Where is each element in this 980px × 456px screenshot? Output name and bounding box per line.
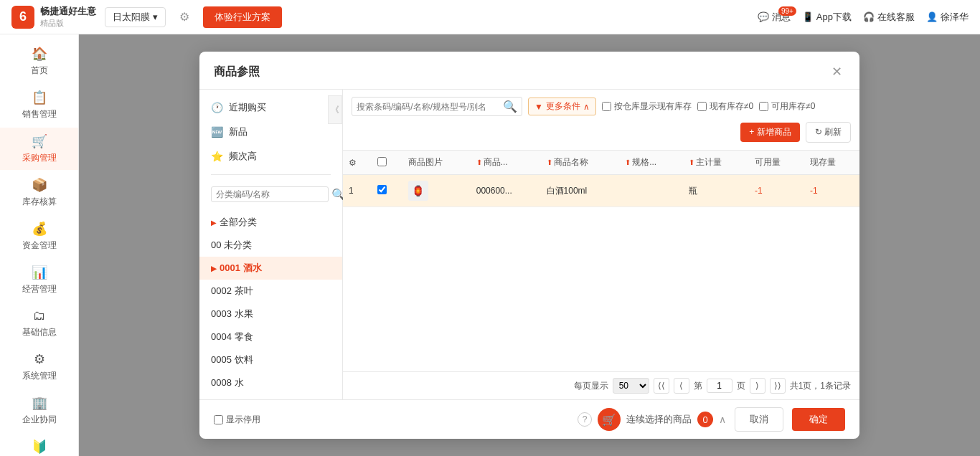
check-usable-input[interactable] [759, 102, 768, 111]
page-size-select[interactable]: 50 10 20 100 [613, 378, 649, 394]
category-item-all[interactable]: ▶ 全部分类 [199, 211, 342, 234]
cancel-btn[interactable]: 取消 [735, 407, 783, 432]
add-product-btn[interactable]: + 新增商品 [740, 123, 799, 142]
modal-title: 商品参照 [214, 65, 260, 80]
th-settings[interactable]: ⚙ [343, 151, 372, 175]
modal-close-btn[interactable]: ✕ [828, 63, 845, 80]
last-page-btn[interactable]: ⟩⟩ [770, 378, 786, 394]
category-search-area: 🔍 [199, 181, 342, 208]
th-spec[interactable]: ⬆ 规格... [619, 151, 683, 175]
sort-icon: ⬆ [689, 158, 694, 166]
user-menu[interactable]: 👤 徐泽华 [926, 11, 969, 24]
table-row[interactable]: 1 🏮 [343, 175, 859, 207]
modal-body: 🕐 近期购买 🆕 新品 ⭐ 频次高 [199, 90, 859, 399]
check-warehouse-label[interactable]: 按仓库显示现有库存 [602, 100, 692, 113]
search-icon[interactable]: 🔍 [503, 100, 517, 113]
sidebar-item-finance[interactable]: 💰 资金管理 [0, 215, 78, 257]
row-checkbox[interactable] [377, 185, 387, 194]
finance-icon: 💰 [32, 221, 47, 237]
th-name[interactable]: ⬆ 商品名称 [541, 151, 620, 175]
th-image: 商品图片 [402, 151, 471, 175]
th-available: 可用量 [749, 151, 804, 175]
sidebar-item-stock[interactable]: 📦 库存核算 [0, 171, 78, 214]
cart-label: 连续选择的商品 [626, 413, 692, 426]
system-icon: ⚙ [34, 351, 45, 367]
modal-footer: 显示停用 ? 🛒 连续选择的商品 0 ∧ 取消 确定 [199, 399, 859, 439]
nav-right: 💬 消息 99+ 📱 App下载 🎧 在线客服 👤 徐泽华 [758, 11, 969, 24]
new-icon: 🆕 [211, 126, 223, 138]
row-available: -1 [749, 175, 804, 207]
check-usable-label[interactable]: 可用库存≠0 [759, 100, 815, 113]
select-all-checkbox[interactable] [377, 157, 387, 166]
th-stock: 现存量 [804, 151, 859, 175]
help-icon[interactable]: ? [578, 412, 592, 427]
headset-icon: 🎧 [863, 11, 875, 22]
app-download-btn[interactable]: 📱 App下载 [802, 11, 852, 24]
gear-icon[interactable]: ⚙ [349, 158, 357, 168]
sidebar-item-sales[interactable]: 📋 销售管理 [0, 84, 78, 126]
check-warehouse-input[interactable] [602, 102, 611, 111]
modal-overlay: 商品参照 ✕ 🕐 近期购买 [79, 34, 980, 456]
sidebar-item-purchase[interactable]: 🛒 采购管理 [0, 128, 78, 170]
page-input[interactable] [707, 379, 732, 393]
show-disabled-checkbox[interactable] [214, 415, 223, 424]
category-item-c0008[interactable]: 0008 水 [199, 371, 342, 394]
phone-icon: 📱 [802, 11, 814, 22]
category-search-input[interactable] [211, 186, 329, 202]
product-thumb: 🏮 [408, 181, 428, 201]
sort-icon: ⬆ [547, 158, 552, 166]
row-stock: -1 [804, 175, 859, 207]
filter-btn[interactable]: ▼ 更多条件 ∧ [528, 98, 596, 115]
cart-icon[interactable]: 🛒 [598, 408, 621, 431]
chevron-up-icon[interactable]: ∧ [719, 414, 726, 425]
support-btn[interactable]: 🎧 在线客服 [863, 11, 915, 24]
nav-frequent[interactable]: ⭐ 频次高 [199, 144, 328, 168]
category-item-c0001[interactable]: ▶ 0001 酒水 [199, 257, 342, 280]
search-input[interactable] [357, 102, 500, 112]
sidebar-item-operation[interactable]: 📊 经营管理 [0, 259, 78, 301]
store-dropdown[interactable]: 日太阳膜 ▾ [105, 7, 166, 27]
left-panel: 🕐 近期购买 🆕 新品 ⭐ 频次高 [199, 90, 343, 399]
divider [211, 174, 331, 175]
table-wrapper: ⚙ 商品图片 [343, 151, 859, 371]
topnav: 6 畅捷通好生意 精品版 日太阳膜 ▾ ⚙ 体验行业方案 💬 消息 99+ 📱 … [0, 0, 980, 34]
th-check[interactable] [372, 151, 402, 175]
messages-btn[interactable]: 💬 消息 99+ [758, 11, 791, 24]
page-size-label: 每页显示 [574, 380, 608, 392]
operation-icon: 📊 [32, 265, 47, 280]
category-item-c0004[interactable]: 0004 零食 [199, 326, 342, 348]
category-item-c0003[interactable]: 0003 水果 [199, 303, 342, 326]
stock-icon: 📦 [32, 177, 47, 193]
check-available-label[interactable]: 现有库存≠0 [697, 100, 753, 113]
trial-btn[interactable]: 体验行业方案 [203, 6, 282, 28]
row-check[interactable] [372, 175, 402, 207]
sidebar-item-enterprise[interactable]: 🏢 企业协同 [0, 389, 78, 432]
next-page-btn[interactable]: ⟩ [750, 378, 765, 394]
th-unit[interactable]: ⬆ 主计量 [683, 151, 749, 175]
sidebar-item-system[interactable]: ⚙ 系统管理 [0, 346, 78, 388]
category-item-c00[interactable]: 00 未分类 [199, 234, 342, 257]
sidebar-item-home[interactable]: 🏠 首页 [0, 40, 78, 82]
refresh-btn[interactable]: ↻ 刷新 [806, 122, 851, 143]
show-disabled-label[interactable]: 显示停用 [214, 414, 260, 426]
sidebar-item-base[interactable]: 🗂 基础信息 [0, 303, 78, 344]
home-icon: 🏠 [32, 46, 47, 62]
first-page-btn[interactable]: ⟨⟨ [654, 378, 669, 394]
confirm-btn[interactable]: 确定 [792, 408, 845, 431]
arrow-active-icon: ▶ [211, 265, 217, 272]
row-name: 白酒100ml [541, 175, 620, 207]
prev-page-btn[interactable]: ⟨ [674, 378, 689, 394]
sort-icon: ⬆ [476, 158, 482, 166]
user-avatar: 👤 [926, 11, 938, 22]
category-item-c0002[interactable]: 0002 茶叶 [199, 280, 342, 303]
check-available-input[interactable] [697, 102, 707, 111]
table-body: 1 🏮 [343, 175, 859, 207]
cart-count: 0 [697, 412, 713, 427]
sidebar-item-guide[interactable]: 🔰 新手引导 [0, 433, 78, 456]
th-code[interactable]: ⬆ 商品... [471, 151, 541, 175]
collapse-btn[interactable]: 《 [328, 95, 342, 124]
category-item-c0005[interactable]: 0005 饮料 [199, 348, 342, 371]
nav-new[interactable]: 🆕 新品 [199, 120, 328, 144]
settings-icon[interactable]: ⚙ [174, 7, 194, 27]
nav-recent[interactable]: 🕐 近期购买 [199, 95, 328, 120]
